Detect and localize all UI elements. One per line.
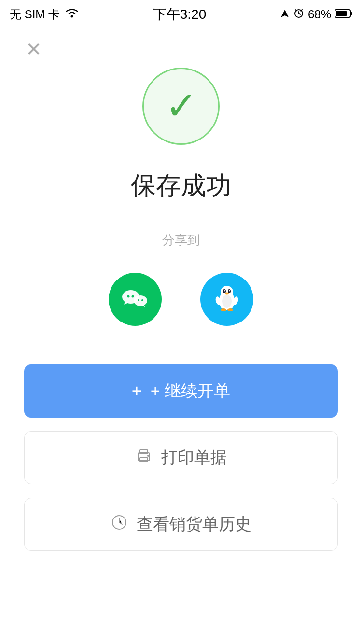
print-button[interactable]: 打印单据 [24, 431, 338, 484]
svg-point-16 [229, 290, 230, 292]
location-icon [280, 8, 290, 21]
success-title: 保存成功 [131, 169, 231, 203]
share-row [109, 273, 253, 326]
share-label: 分享到 [151, 232, 211, 249]
svg-point-7 [127, 295, 130, 298]
divider-line-left [24, 240, 151, 240]
close-button[interactable]: ✕ [19, 35, 48, 64]
status-bar: 无 SIM 卡 下午3:20 68% [0, 0, 362, 29]
print-icon [135, 447, 153, 469]
svg-point-17 [225, 293, 229, 295]
alarm-icon [293, 8, 304, 21]
svg-point-15 [224, 290, 225, 292]
history-label: 查看销货单历史 [137, 513, 251, 535]
no-sim-text: 无 SIM 卡 [10, 7, 60, 22]
status-right: 68% [280, 8, 352, 21]
battery-icon [335, 8, 352, 21]
close-x-icon: ✕ [26, 40, 42, 59]
divider-line-right [211, 240, 338, 240]
svg-point-20 [227, 308, 233, 311]
plus-icon: + [132, 381, 142, 401]
wechat-share-button[interactable] [109, 273, 162, 326]
svg-rect-4 [336, 11, 347, 16]
status-left: 无 SIM 卡 [10, 7, 79, 22]
success-circle: ✓ [142, 68, 220, 145]
svg-point-10 [141, 299, 143, 301]
wechat-icon [118, 282, 152, 316]
actions-section: + + 继续开单 打印单据 查看销货单历 [0, 364, 362, 551]
wifi-icon [65, 8, 79, 21]
share-divider: 分享到 [0, 232, 362, 249]
main-content: ✓ 保存成功 分享到 [0, 29, 362, 551]
history-button[interactable]: 查看销货单历史 [24, 498, 338, 551]
svg-point-0 [71, 15, 73, 18]
svg-point-8 [132, 295, 134, 298]
battery-percent: 68% [308, 8, 331, 21]
svg-rect-3 [351, 12, 352, 15]
svg-point-6 [134, 295, 147, 306]
print-label: 打印单据 [161, 447, 227, 469]
clock-icon [111, 514, 128, 535]
qq-icon [210, 282, 244, 316]
continue-button[interactable]: + + 继续开单 [24, 364, 338, 418]
svg-point-9 [138, 299, 139, 301]
continue-label: + 继续开单 [151, 380, 230, 402]
qq-share-button[interactable] [200, 273, 253, 326]
svg-point-14 [228, 289, 231, 293]
checkmark-icon: ✓ [165, 87, 197, 126]
svg-point-19 [221, 308, 226, 311]
svg-point-26 [147, 455, 149, 457]
svg-point-13 [223, 289, 226, 293]
svg-point-18 [222, 295, 232, 308]
status-time: 下午3:20 [153, 5, 207, 24]
